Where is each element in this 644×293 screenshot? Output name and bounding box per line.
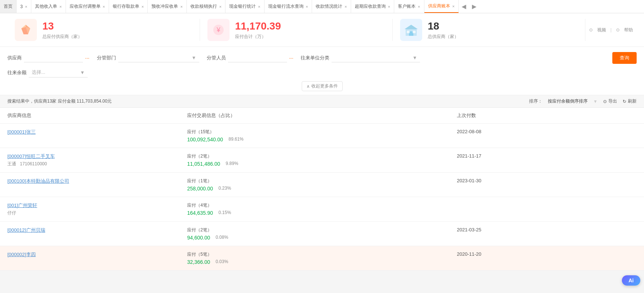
close-icon[interactable]: × xyxy=(452,4,455,8)
last-payment-col-000001: 2022-08-08 xyxy=(457,129,637,134)
refresh-button[interactable]: ↻ 刷新 xyxy=(623,98,637,104)
result-actions: 排序： 按应付余额倒序排序 ▼ ⊙ 导出 ↻ 刷新 xyxy=(529,98,637,104)
stat-text-payable-total: 11,170.39 应付合计（万） xyxy=(235,20,281,40)
nav-tab-prepay-offset-label: 预收冲应收单 xyxy=(151,3,178,10)
nav-tab-customer-ledger[interactable]: 客户账本 × xyxy=(394,0,424,13)
filter-category: 往来单位分类 ▼ xyxy=(301,54,420,62)
supplier-link-000001[interactable]: [000001]张三 xyxy=(7,129,187,135)
supplier-info-col: [001]广州荣轩 仔仔 xyxy=(7,202,187,216)
transaction-pct: 89.61% xyxy=(228,137,244,142)
table-row: [000100]本特勤油品有限公司 应付（1笔） 258,000.00 0.23… xyxy=(0,173,644,197)
close-icon[interactable]: × xyxy=(344,4,347,9)
transaction-amount[interactable]: 32,366.00 xyxy=(187,259,210,265)
nav-tab-supplier-ledger-label: 供应商账本 xyxy=(428,3,450,9)
chevron-down-icon-3: ▼ xyxy=(80,70,85,75)
table-row: [000007]恒旺二手叉车 王通 17106110000 应付（2笔） 11,… xyxy=(0,148,644,173)
person-input[interactable] xyxy=(228,54,287,62)
balance-label: 往来余额 xyxy=(7,69,27,76)
help-link[interactable]: 帮助 xyxy=(624,27,633,33)
person-dots-icon[interactable]: ··· xyxy=(289,55,294,61)
export-label: 导出 xyxy=(608,98,617,104)
filter-balance: 往来余额 选择... ▼ xyxy=(7,68,88,77)
transaction-amount[interactable]: 100,092,540.00 xyxy=(187,137,223,142)
nav-tab-receipt-verify-label: 收款核销执行 xyxy=(190,3,217,10)
payable-suppliers-number: 13 xyxy=(42,20,82,32)
header-stats: 13 总应付供应商（家） ¥ 11,170.39 应付合计（万） 1 xyxy=(0,13,644,47)
nav-tab-other-income[interactable]: 其他收入单 × xyxy=(31,0,66,13)
last-payment-date: 2021-11-17 xyxy=(457,153,482,159)
last-payment-date: 2021-03-25 xyxy=(457,227,482,232)
transaction-label: 应付（2笔） xyxy=(187,153,457,159)
sort-value[interactable]: 按应付余额倒序排序 xyxy=(548,98,588,104)
nav-tab-cash-bank-flow[interactable]: 现金银行流水查询 × xyxy=(265,0,312,13)
transaction-pct: 0.08% xyxy=(216,235,228,240)
supplier-link-000002[interactable]: [000002]李四 xyxy=(7,251,187,258)
export-button[interactable]: ⊙ 导出 xyxy=(603,98,617,104)
nav-tab-home[interactable]: 首页 xyxy=(0,0,17,13)
table-header: 供应商信息 应付交易信息（占比） 上次付数 xyxy=(0,108,644,124)
close-icon[interactable]: × xyxy=(59,4,62,9)
nav-prev-arrow[interactable]: ◀ xyxy=(459,0,469,13)
nav-tab-receipt-stat-label: 收款情况统计 xyxy=(316,3,342,10)
supplier-info-col: [000007]恒旺二手叉车 王通 17106110000 xyxy=(7,153,187,167)
nav-tab-supplier-ledger[interactable]: 供应商账本 × xyxy=(424,0,459,13)
supplier-info-col: [000100]本特勤油品有限公司 xyxy=(7,178,187,185)
nav-tab-3[interactable]: 3 × xyxy=(17,0,31,13)
sort-label: 排序： xyxy=(529,98,542,104)
svg-marker-3 xyxy=(405,25,418,29)
close-icon[interactable]: × xyxy=(141,4,144,9)
total-suppliers-label: 总供应商（家） xyxy=(428,34,459,40)
transaction-col-000012: 应付（2笔） 94,600.00 0.08% xyxy=(187,227,457,241)
nav-tab-receipt-stat[interactable]: 收款情况统计 × xyxy=(312,0,351,13)
refresh-icon: ↻ xyxy=(623,99,626,104)
video-link[interactable]: 视频 xyxy=(597,27,606,33)
nav-tab-cash-bank-stat[interactable]: 现金银行统计 × xyxy=(225,0,264,13)
payable-total-label: 应付合计（万） xyxy=(235,34,281,40)
nav-tab-overdue-ar[interactable]: 超期应收款查询 × xyxy=(351,0,394,13)
close-icon[interactable]: × xyxy=(180,4,182,9)
transaction-amount[interactable]: 94,600.00 xyxy=(187,235,210,241)
table-row: [000001]张三 应付（15笔） 100,092,540.00 89.61%… xyxy=(0,124,644,148)
close-icon[interactable]: × xyxy=(258,4,260,9)
close-icon[interactable]: × xyxy=(103,4,105,9)
table-row: [000002]李四 应付（5笔） 32,366.00 0.03% 2020-1… xyxy=(0,246,644,270)
last-payment-date: 2022-08-08 xyxy=(457,129,482,134)
supplier-input[interactable] xyxy=(24,54,83,62)
transaction-label: 应付（1笔） xyxy=(187,178,457,184)
close-icon[interactable]: × xyxy=(25,4,27,9)
transaction-label: 应付（5笔） xyxy=(187,251,457,258)
supplier-link-000100[interactable]: [000100]本特勤油品有限公司 xyxy=(7,178,187,185)
collapse-button[interactable]: ∧ 收起更多条件 xyxy=(302,81,343,91)
transaction-amount[interactable]: 258,000.00 xyxy=(187,186,213,192)
nav-tab-other-income-label: 其他收入单 xyxy=(35,3,57,10)
supplier-link-001[interactable]: [001]广州荣轩 xyxy=(7,202,187,209)
transaction-amount[interactable]: 11,051,486.00 xyxy=(187,161,220,167)
nav-tab-ar-ap-adjust[interactable]: 应收应付调整单 × xyxy=(66,0,109,13)
supplier-dots-icon[interactable]: ··· xyxy=(85,55,90,61)
close-icon[interactable]: × xyxy=(306,4,308,9)
nav-tab-receipt-verify[interactable]: 收款核销执行 × xyxy=(187,0,225,13)
refresh-label: 刷新 xyxy=(628,98,637,104)
close-icon[interactable]: × xyxy=(388,4,390,9)
close-icon[interactable]: × xyxy=(219,4,221,9)
nav-tab-home-label: 首页 xyxy=(4,3,13,10)
category-dropdown[interactable]: ▼ xyxy=(332,54,420,62)
stat-text-total-suppliers: 18 总供应商（家） xyxy=(428,20,459,40)
balance-dropdown[interactable]: 选择... ▼ xyxy=(29,68,88,77)
filter-person: 分管人员 ··· xyxy=(207,54,294,62)
nav-tab-prepay-offset[interactable]: 预收冲应收单 × xyxy=(148,0,186,13)
query-button[interactable]: 查询 xyxy=(612,52,637,64)
svg-rect-6 xyxy=(413,31,416,33)
nav-next-arrow[interactable]: ▶ xyxy=(469,0,479,13)
nav-tab-bank-deposit[interactable]: 银行存取款单 × xyxy=(109,0,148,13)
dept-dropdown[interactable]: ▼ xyxy=(118,54,199,62)
payable-total-number: 11,170.39 xyxy=(235,20,281,32)
dept-label: 分管部门 xyxy=(97,55,116,61)
close-icon[interactable]: × xyxy=(418,4,420,9)
supplier-link-000012[interactable]: [000012]广州贝瑞 xyxy=(7,227,187,234)
transaction-amount[interactable]: 164,635.90 xyxy=(187,210,213,216)
last-payment-col-000002: 2020-11-20 xyxy=(457,251,637,257)
top-navigation: 首页 3 × 其他收入单 × 应收应付调整单 × 银行存取款单 × 预收冲应收单… xyxy=(0,0,644,13)
supplier-link-000007[interactable]: [000007]恒旺二手叉车 xyxy=(7,153,187,160)
table-row: [000012]广州贝瑞 应付（2笔） 94,600.00 0.08% 2021… xyxy=(0,222,644,246)
